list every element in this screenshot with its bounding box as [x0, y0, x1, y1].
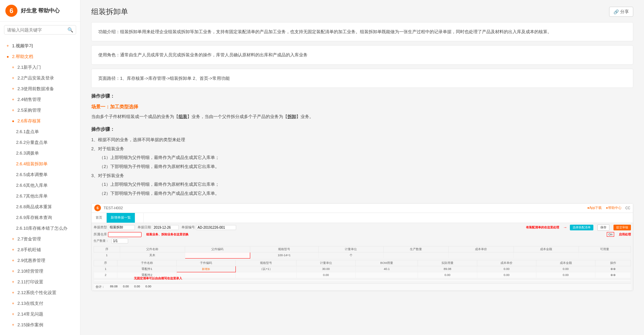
td-spec: 100-14+1	[250, 252, 318, 258]
child-td-code-2	[176, 272, 235, 278]
th-cost-amount: 成本金额	[514, 246, 579, 252]
th2-unit: 计量单位	[297, 260, 356, 266]
sidebar-item-2-14[interactable]: + 2.14常见问题	[0, 309, 80, 320]
sidebar-item-2-6-5-label: 2.6.5成本调整单	[16, 172, 48, 178]
nav-tree: + 1.视频学习 ● 2.帮助文档 + 2.1新手入门 + 2.2产品安装及登录…	[0, 38, 80, 335]
expand-icon-2-2: +	[11, 76, 15, 80]
expand-icon-2-3: +	[11, 87, 15, 91]
sidebar-item-2-6-5[interactable]: 2.6.5成本调整单	[0, 169, 80, 180]
child-td-ops-1[interactable]: ⊕⊗	[595, 266, 631, 272]
sidebar-item-2-6[interactable]: ● 2.6库存核算	[0, 116, 80, 126]
sidebar-item-1[interactable]: + 1.视频学习	[0, 41, 80, 51]
sidebar-item-2-13[interactable]: + 2.13在线支付	[0, 298, 80, 309]
tab-home[interactable]: 首页	[92, 213, 107, 223]
scene1-desc: 当由多个子件材料组装成一个成品的业务为【组装】业务，当由一个父件拆分成多个子产品…	[91, 113, 633, 121]
child-td-ops-2[interactable]: ⊕⊗	[595, 272, 631, 278]
screenshot-container: 6 TEST-H002 ●App下载 ●帮助中心 CC 首页 新增单据一覧	[91, 203, 633, 291]
expand-icon-2-8: +	[11, 247, 15, 252]
sidebar-item-2-6-3[interactable]: 2.6.3调拨单	[0, 148, 80, 159]
search-input[interactable]	[7, 27, 67, 33]
td-unit: 个	[318, 252, 383, 258]
th-cost-price: 成本单价	[448, 246, 514, 252]
sidebar-item-2-2-label: 2.2产品安装及登录	[17, 75, 54, 81]
role-intro-text: 使用角色：通常由生产人员或库管人员完成拆装业务的操作，库管人员确认原材料的出库和…	[98, 52, 308, 57]
sidebar-item-2[interactable]: ● 2.帮助文档	[0, 51, 80, 62]
save-btn[interactable]: 保存	[597, 224, 609, 231]
sidebar-item-2-6-6[interactable]: 2.6.6其他入库单	[0, 180, 80, 191]
tab-blank[interactable]	[135, 213, 144, 223]
child-empty-5	[94, 281, 631, 283]
date-label: 单据日期	[138, 225, 151, 230]
expand-icon-2-6: ●	[11, 119, 15, 123]
th2-ops: 操作	[595, 260, 631, 266]
th-parent-name: 父件名称	[120, 246, 185, 252]
child-td-camount-2: 0.00	[536, 272, 595, 278]
sidebar-item-2-6-7[interactable]: 2.6.7其他出库单	[0, 191, 80, 202]
th2-cost-price: 成本单价	[477, 260, 536, 266]
warehouse-input[interactable]	[108, 232, 142, 237]
sidebar-item-2-11[interactable]: + 2.11打印设置	[0, 277, 80, 287]
sidebar-item-2-7-label: 2.7资金管理	[17, 236, 41, 242]
sidebar-item-2-6-1[interactable]: 2.6.1盘点单	[0, 126, 80, 137]
sidebar-item-2-5[interactable]: + 2.5采购管理	[0, 105, 80, 116]
sidebar-item-2-1-label: 2.1新手入门	[17, 64, 41, 70]
th2-child-name: 子件名称	[117, 260, 176, 266]
step-3-1: （1）上部明细为父件明细，最终作为原材料生成其它出库单；	[99, 180, 633, 189]
sidebar-item-2-6-8[interactable]: 2.6.8商品成本重算	[0, 202, 80, 212]
sidebar-item-2-6-10[interactable]: 2.6.10库存账本错了怎么办	[0, 223, 80, 234]
td-parent-code	[185, 252, 250, 258]
app-tabs: 首页 新增单据一覧	[92, 213, 633, 223]
date-input[interactable]	[152, 225, 179, 230]
step-3: 3、对于拆装业务	[91, 172, 633, 180]
sidebar-item-2-15[interactable]: + 2.15操作案例	[0, 320, 80, 330]
app-form-row-2: 所属仓库 组装业务、拆卸业务在这里切换 On 启用处理	[94, 232, 631, 237]
role-intro-block: 使用角色：通常由生产人员或库管人员完成拆装业务的操作，库管人员确认原材料的出库和…	[91, 45, 633, 64]
footer-val-1: 合计：	[96, 285, 105, 289]
sidebar-item-2-2[interactable]: + 2.2产品安装及登录	[0, 73, 80, 83]
expand-icon-2: ●	[5, 54, 10, 59]
sidebar-item-2-9[interactable]: + 2.9优惠券管理	[0, 255, 80, 266]
logo-title: 好生意 帮助中心	[21, 7, 60, 14]
child-td-unit-2: 0.00	[297, 272, 356, 278]
sidebar-item-2-6-2[interactable]: 2.6.2分量盘点单	[0, 137, 80, 148]
date-field: 单据日期	[138, 225, 179, 230]
tab-new-record[interactable]: 新增单据一覧	[107, 213, 135, 223]
child-td-seq-2: 2	[94, 272, 117, 278]
share-label: 分享	[620, 9, 629, 15]
expand-icon-2-5: +	[11, 108, 15, 113]
ops-section-title: 操作步骤：	[91, 93, 633, 99]
sidebar-header: 6 好生意 帮助中心	[0, 0, 80, 22]
type-input[interactable]	[108, 225, 135, 230]
expand-icon-2-7: +	[11, 237, 15, 241]
page-title: 组装拆卸单	[91, 7, 128, 17]
th2-cost-amount: 成本金额	[536, 260, 595, 266]
submit-btn[interactable]: 提交审核	[613, 225, 631, 230]
share-button[interactable]: 🔗 分享	[609, 7, 633, 17]
search-box[interactable]: 🔍	[4, 25, 76, 35]
expand-icon-2-13: +	[11, 301, 15, 306]
expand-icon-2-12: +	[11, 290, 15, 295]
content-body: 功能介绍：组装拆卸单用来处理企业组装或拆卸等加工业务，支持有固定装配清单的产品加…	[80, 22, 644, 302]
action-btn[interactable]: 选择装配清单	[570, 225, 593, 230]
num-input[interactable]	[196, 225, 236, 230]
sidebar-item-2-8[interactable]: + 2.8手机旺铺	[0, 244, 80, 255]
footer-totals: 合计： 89.08 0.00 0.00 0.00	[94, 283, 631, 290]
sidebar-item-1-label: 1.视频学习	[12, 43, 33, 49]
sidebar-item-2-6-4[interactable]: 2.6.4组装拆卸单	[0, 159, 80, 169]
sidebar-item-2-12[interactable]: + 2.12系统个性化设置	[0, 287, 80, 298]
sidebar-item-2-6-4-label: 2.6.4组装拆卸单	[16, 161, 48, 167]
sidebar-item-2-4[interactable]: + 2.4销售管理	[0, 94, 80, 105]
sidebar-item-2-3[interactable]: + 2.3使用前数据准备	[0, 83, 80, 94]
sidebar-item-2-10[interactable]: + 2.10经营管理	[0, 266, 80, 277]
th2-actual-qty: 实际用量	[418, 260, 477, 266]
annotation-1-text: 有装配清单的在这里处理	[526, 225, 559, 230]
count-input[interactable]	[111, 238, 128, 243]
sidebar-item-2-7[interactable]: + 2.7资金管理	[0, 234, 80, 244]
child-td-name-1: 零配件1	[117, 266, 176, 272]
sidebar-item-2-6-9[interactable]: 2.6.9库存账本查询	[0, 212, 80, 223]
on-toggle[interactable]: On	[607, 232, 614, 237]
th2-seq: 序	[94, 260, 117, 266]
sidebar-item-2-1[interactable]: + 2.1新手入门	[0, 62, 80, 73]
th2-spec: 规格型号	[235, 260, 296, 266]
th-spec: 规格型号	[250, 246, 318, 252]
